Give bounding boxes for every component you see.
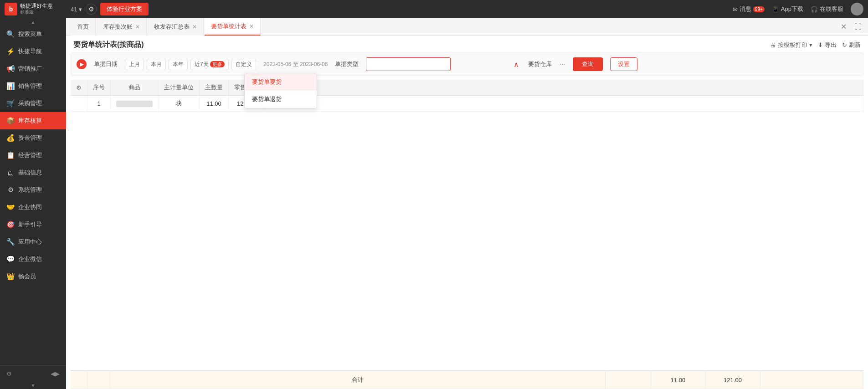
sidebar-item-system[interactable]: ⚙ 系统管理: [0, 181, 66, 199]
sidebar-item-base-info[interactable]: 🗂 基础信息: [0, 164, 66, 181]
online-service-button[interactable]: 🎧 在线客服: [811, 5, 843, 13]
tab-close-order-stats[interactable]: ✕: [249, 23, 254, 30]
sidebar-item-purchase[interactable]: 🛒 采购管理: [0, 95, 66, 112]
page-actions: 🖨 按模板打印 ▾ ⬇ 导出 ↻ 刷新: [770, 41, 861, 49]
tab-receivable-summary[interactable]: 收发存汇总表✕: [148, 18, 204, 36]
column-settings-icon[interactable]: ⚙: [76, 84, 82, 91]
sidebar-item-wechat[interactable]: 💬 企业微信: [0, 251, 66, 268]
sidebar-label-member: 畅会员: [18, 272, 36, 281]
col-empty-header: [264, 80, 863, 96]
sidebar-item-enterprise[interactable]: 🤝 企业协同: [0, 199, 66, 216]
sidebar-scroll-up[interactable]: ▲: [0, 18, 66, 26]
table-row: 1 块 11.00 121.00: [71, 96, 863, 112]
sidebar-icon-guide: 🎯: [6, 220, 15, 229]
row-unit-cell: 块: [159, 96, 200, 112]
filter-expand-button[interactable]: ▶: [77, 59, 87, 69]
tab-bar-right: ✕ ⛶: [838, 21, 868, 32]
app-download-button[interactable]: 📱 App下载: [772, 5, 803, 13]
col-product-header: 商品: [111, 80, 159, 96]
sidebar-icon-wechat: 💬: [6, 255, 15, 263]
service-icon: 🎧: [811, 6, 818, 13]
tab-close-inventory-batch[interactable]: ✕: [135, 24, 140, 30]
row-empty-cell: [264, 96, 863, 112]
sidebar-label-base-info: 基础信息: [18, 169, 42, 177]
refresh-label: 刷新: [849, 41, 861, 49]
sidebar-label-purchase: 采购管理: [18, 99, 42, 107]
sidebar-label-marketing: 营销推广: [18, 65, 42, 73]
sidebar-icon-purchase: 🛒: [6, 99, 15, 107]
sidebar-scroll-down[interactable]: ▼: [0, 382, 66, 389]
table-area: ⚙ 序号 商品 主计量单位 主数量 零售金额: [71, 80, 863, 370]
dropdown-item-0[interactable]: 要货单要货: [245, 73, 317, 91]
date-range-text: 2023-05-06 至 2023-06-06: [263, 61, 328, 68]
tab-bar: 首页库存批次账✕收发存汇总表✕要货单统计表✕ ✕ ⛶: [66, 18, 868, 36]
sidebar-item-member[interactable]: 👑 畅会员: [0, 268, 66, 285]
date-this-month-button[interactable]: 本月: [147, 59, 166, 70]
logo-name: 畅捷通好生意: [20, 3, 53, 9]
chevron-down-icon: ▾: [79, 6, 82, 13]
setting-button[interactable]: 设置: [610, 57, 637, 71]
sidebar-icon-inventory: 📦: [6, 117, 15, 125]
sidebar-item-quick-nav[interactable]: ⚡ 快捷导航: [0, 43, 66, 60]
avatar[interactable]: [851, 3, 863, 15]
sidebar-label-inventory: 库存核算: [18, 117, 42, 125]
sidebar-item-sales[interactable]: 📊 销售管理: [0, 77, 66, 95]
sidebar-label-guide: 新手引导: [18, 220, 42, 229]
date-last-month-button[interactable]: 上月: [125, 59, 144, 70]
page-content: 要货单统计表(按商品) 🖨 按模板打印 ▾ ⬇ 导出 ↻ 刷新: [66, 36, 868, 389]
tab-close-all-button[interactable]: ✕: [838, 21, 849, 32]
date-custom-button[interactable]: 自定义: [231, 59, 256, 70]
row-qty-cell: 11.00: [200, 96, 229, 112]
row-settings-cell: [71, 96, 87, 112]
message-label: 消息: [740, 5, 751, 13]
type-dropdown: 要货单要货 要货单退货: [244, 73, 317, 108]
tab-close-receivable-summary[interactable]: ✕: [192, 24, 197, 30]
warehouse-more-button[interactable]: ···: [559, 60, 565, 68]
logo-area: b 畅捷通好生意 标准版: [5, 3, 71, 15]
export-button[interactable]: ⬇ 导出: [818, 41, 837, 49]
print-label: 按模板打印: [778, 41, 807, 49]
filter-row: ▶ 单据日期 上月 本月 本年 近7天 更多 自定义 2023-05-06 至 …: [77, 57, 858, 71]
sidebar-icon-operations: 📋: [6, 151, 15, 159]
print-button[interactable]: 🖨 按模板打印 ▾: [770, 41, 812, 49]
query-button[interactable]: 查询: [573, 57, 603, 71]
sidebar-settings-icon[interactable]: ⚙: [6, 370, 12, 377]
type-filter-clear-icon[interactable]: ∧: [514, 60, 519, 69]
sidebar-item-app-center[interactable]: 🔧 应用中心: [0, 233, 66, 251]
sidebar-label-system: 系统管理: [18, 186, 42, 194]
tab-home[interactable]: 首页: [71, 18, 96, 36]
dropdown-item-1[interactable]: 要货单退货: [245, 91, 317, 108]
top-header: b 畅捷通好生意 标准版 41 ▾ ⚙ 体验行业方案 ✉ 消息 99+ 📱 Ap…: [0, 0, 868, 18]
date-7days-button[interactable]: 近7天 更多: [190, 59, 229, 70]
tab-expand-button[interactable]: ⛶: [853, 21, 863, 32]
store-name: 41: [71, 6, 77, 13]
sidebar-item-inventory[interactable]: 📦 库存核算: [0, 112, 66, 129]
refresh-icon: ↻: [842, 41, 847, 48]
sidebar-collapse-icon[interactable]: ◀▶: [51, 370, 60, 377]
sidebar-item-marketing[interactable]: 📢 营销推广: [0, 60, 66, 77]
refresh-button[interactable]: ↻ 刷新: [842, 41, 861, 49]
store-selector[interactable]: 41 ▾: [71, 6, 82, 13]
row-product-cell: [111, 96, 159, 112]
table-header-row: ⚙ 序号 商品 主计量单位 主数量 零售金额: [71, 80, 863, 96]
trial-button[interactable]: 体验行业方案: [100, 3, 149, 15]
sidebar-item-finance[interactable]: 💰 资金管理: [0, 129, 66, 147]
tab-inventory-batch[interactable]: 库存批次账✕: [97, 18, 147, 36]
date-this-year-button[interactable]: 本年: [169, 59, 188, 70]
sidebar-item-guide[interactable]: 🎯 新手引导: [0, 216, 66, 233]
type-filter-input[interactable]: [366, 57, 451, 71]
settings-gear-icon[interactable]: ⚙: [86, 4, 97, 15]
message-icon: ✉: [733, 6, 738, 13]
warehouse-label: 要货仓库: [528, 60, 552, 68]
sidebar-item-search[interactable]: 🔍 搜索菜单: [0, 26, 66, 43]
header-right: ✉ 消息 99+ 📱 App下载 🎧 在线客服: [733, 3, 863, 15]
tab-label-receivable-summary: 收发存汇总表: [154, 23, 190, 31]
page-title: 要货单统计表(按商品): [73, 40, 144, 50]
sidebar-item-operations[interactable]: 📋 经营管理: [0, 147, 66, 164]
sidebar-label-finance: 资金管理: [18, 134, 42, 142]
message-button[interactable]: ✉ 消息 99+: [733, 5, 765, 13]
tab-order-stats[interactable]: 要货单统计表✕: [205, 18, 261, 36]
sidebar-icon-sales: 📊: [6, 82, 15, 90]
tab-label-order-stats: 要货单统计表: [211, 22, 247, 31]
sidebar-label-search: 搜索菜单: [18, 30, 42, 38]
